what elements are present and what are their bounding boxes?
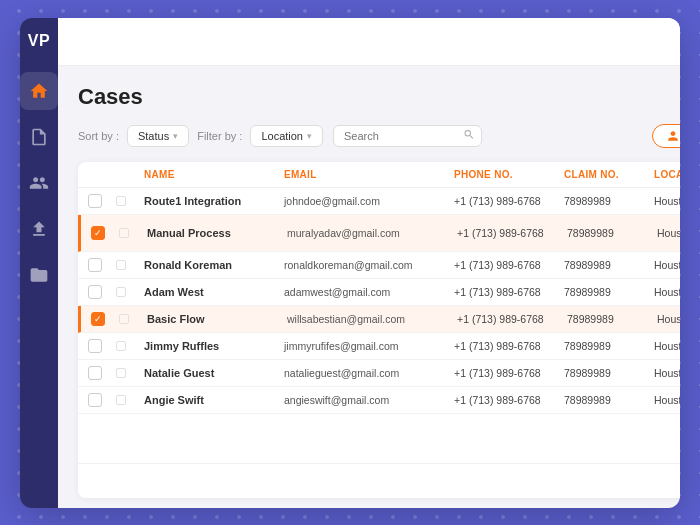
pagination: ‹ Showing 1-10 of 100 › — [78, 463, 680, 498]
row-mini-checkbox[interactable] — [116, 368, 126, 378]
row-phone: +1 (713) 989-6768 — [457, 313, 567, 325]
col-phone: PHONE NO. — [454, 169, 564, 180]
row-mini-checkbox[interactable] — [116, 260, 126, 270]
row-phone: +1 (713) 989-6768 — [454, 394, 564, 406]
upload-icon — [29, 219, 49, 239]
table-row[interactable]: Natalie Guest natalieguest@gmail.com +1 … — [78, 360, 680, 387]
row-claim: 78989989 — [564, 286, 654, 298]
topbar — [58, 18, 680, 66]
row-location: Houston, US — [654, 286, 680, 298]
row-checkbox[interactable] — [88, 258, 102, 272]
cases-table: NAME EMAIL PHONE NO. CLAIM NO. LOCATION … — [78, 162, 680, 498]
row-mini-checkbox[interactable] — [116, 287, 126, 297]
table-row[interactable]: Jimmy Ruffles jimmyrufifes@gmail.com +1 … — [78, 333, 680, 360]
row-claim: 78989989 — [564, 394, 654, 406]
row-checkbox[interactable] — [88, 339, 102, 353]
sidebar-item-users[interactable] — [20, 164, 58, 202]
row-name: Adam West — [144, 286, 284, 298]
sidebar-item-upload[interactable] — [20, 210, 58, 248]
table-row[interactable]: Angie Swift angieswift@gmail.com +1 (713… — [78, 387, 680, 414]
row-location: Houston, US — [654, 394, 680, 406]
sidebar: VP — [20, 18, 58, 508]
search-icon — [463, 128, 475, 143]
row-location: Houston, US — [654, 340, 680, 352]
row-claim: 78989989 — [564, 367, 654, 379]
assign-button[interactable]: ASSIGN — [652, 124, 680, 148]
row-location: Houston, US — [657, 227, 680, 239]
row-location: Houston, US — [654, 195, 680, 207]
table-row[interactable]: Adam West adamwest@gmail.com +1 (713) 98… — [78, 279, 680, 306]
chevron-down-icon: ▾ — [173, 131, 178, 141]
col-email: EMAIL — [284, 169, 454, 180]
table-row[interactable]: ✓ Manual Process muralyadav@gmail.com +1… — [78, 215, 680, 252]
table-row[interactable]: Ronald Koreman ronaldkoreman@gmail.com +… — [78, 252, 680, 279]
content: Cases Sort by : Status ▾ Filter by : Loc… — [58, 66, 680, 508]
table-row[interactable]: Route1 Integration johndoe@gmail.com +1 … — [78, 188, 680, 215]
row-phone: +1 (713) 989-6768 — [454, 367, 564, 379]
logo: VP — [28, 32, 50, 50]
sort-group: Sort by : Status ▾ Filter by : Location … — [78, 125, 323, 147]
row-mini-checkbox[interactable] — [116, 395, 126, 405]
document-icon — [29, 127, 49, 147]
row-name: Angie Swift — [144, 394, 284, 406]
table-header: NAME EMAIL PHONE NO. CLAIM NO. LOCATION … — [78, 162, 680, 188]
users-icon — [29, 173, 49, 193]
row-checkbox[interactable] — [88, 285, 102, 299]
table-body: Route1 Integration johndoe@gmail.com +1 … — [78, 188, 680, 463]
search-input[interactable] — [333, 125, 482, 147]
row-location: Houston, US — [654, 367, 680, 379]
main-area: Cases Sort by : Status ▾ Filter by : Loc… — [58, 18, 680, 508]
sort-label: Sort by : — [78, 130, 119, 142]
filter-dropdown[interactable]: Location ▾ — [250, 125, 323, 147]
row-email: ronaldkoreman@gmail.com — [284, 259, 454, 271]
row-name: Basic Flow — [147, 313, 287, 325]
row-phone: +1 (713) 989-6768 — [457, 227, 567, 239]
sidebar-item-home[interactable] — [20, 72, 58, 110]
row-name: Ronald Koreman — [144, 259, 284, 271]
row-email: willsabestian@gmail.com — [287, 313, 457, 325]
row-mini-checkbox[interactable] — [119, 228, 129, 238]
row-phone: +1 (713) 989-6768 — [454, 195, 564, 207]
row-phone: +1 (713) 989-6768 — [454, 286, 564, 298]
col-claim: CLAIM NO. — [564, 169, 654, 180]
row-name: Manual Process — [147, 227, 287, 239]
row-checkbox[interactable] — [88, 393, 102, 407]
row-mini-checkbox[interactable] — [119, 314, 129, 324]
row-claim: 78989989 — [567, 227, 657, 239]
row-email: adamwest@gmail.com — [284, 286, 454, 298]
row-email: johndoe@gmail.com — [284, 195, 454, 207]
row-email: natalieguest@gmail.com — [284, 367, 454, 379]
row-name: Natalie Guest — [144, 367, 284, 379]
row-location: Houston, US — [657, 313, 680, 325]
row-mini-checkbox[interactable] — [116, 341, 126, 351]
search-box — [333, 125, 482, 147]
page-title: Cases — [78, 84, 680, 110]
row-location: Houston, US — [654, 259, 680, 271]
file-icon — [29, 265, 49, 285]
row-mini-checkbox[interactable] — [116, 196, 126, 206]
toolbar: Sort by : Status ▾ Filter by : Location … — [78, 124, 680, 148]
row-claim: 78989989 — [564, 259, 654, 271]
sort-dropdown[interactable]: Status ▾ — [127, 125, 189, 147]
home-icon — [29, 81, 49, 101]
row-name: Route1 Integration — [144, 195, 284, 207]
chevron-down-icon: ▾ — [307, 131, 312, 141]
row-email: jimmyrufifes@gmail.com — [284, 340, 454, 352]
row-claim: 78989989 — [564, 195, 654, 207]
row-checkbox[interactable]: ✓ — [91, 226, 105, 240]
sidebar-item-files[interactable] — [20, 256, 58, 294]
row-phone: +1 (713) 989-6768 — [454, 259, 564, 271]
row-checkbox[interactable] — [88, 366, 102, 380]
filter-label: Filter by : — [197, 130, 242, 142]
col-location: LOCATION — [654, 169, 680, 180]
row-checkbox[interactable]: ✓ — [91, 312, 105, 326]
row-email: angieswift@gmail.com — [284, 394, 454, 406]
row-phone: +1 (713) 989-6768 — [454, 340, 564, 352]
table-row[interactable]: ✓ Basic Flow willsabestian@gmail.com +1 … — [78, 306, 680, 333]
row-claim: 78989989 — [564, 340, 654, 352]
sidebar-item-documents[interactable] — [20, 118, 58, 156]
row-name: Jimmy Ruffles — [144, 340, 284, 352]
row-claim: 78989989 — [567, 313, 657, 325]
row-checkbox[interactable] — [88, 194, 102, 208]
row-email: muralyadav@gmail.com — [287, 227, 457, 239]
